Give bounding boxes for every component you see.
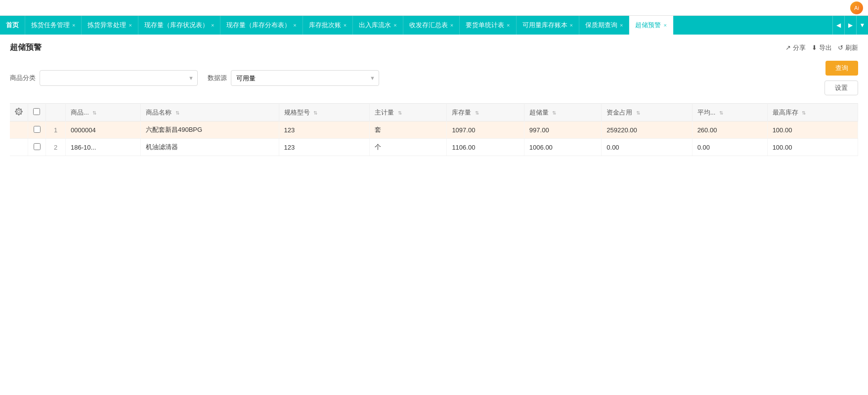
row-avg-0: 260.00 (692, 121, 767, 139)
tab-collect[interactable]: 收发存汇总表 × (403, 16, 460, 35)
row-gear-0 (10, 121, 28, 139)
col-product-code-label: 商品... (71, 109, 89, 116)
sort-spec-icon: ⇅ (313, 110, 317, 116)
tab-task-mgmt-label: 拣货任务管理 (31, 21, 70, 30)
export-button[interactable]: ⬇ 导出 (812, 43, 832, 52)
tab-abnormal[interactable]: 拣货异常处理 × (82, 16, 138, 35)
share-button[interactable]: ↗ 分享 (785, 43, 806, 52)
nav-next-button[interactable]: ▶ (844, 16, 856, 35)
category-select[interactable] (40, 70, 198, 86)
tab-stock-dist[interactable]: 现存量（库存分布表） × (220, 16, 303, 35)
row-overstock-1: 1006.00 (524, 139, 601, 156)
tab-quality-close[interactable]: × (620, 22, 623, 28)
page-content: 超储预警 ↗ 分享 ⬇ 导出 ↺ 刷新 商品分类 (0, 35, 868, 395)
tab-quality[interactable]: 保质期查询 × (579, 16, 629, 35)
col-checkbox-header (28, 104, 46, 121)
col-unit[interactable]: 主计量 ⇅ (369, 104, 446, 121)
share-icon: ↗ (785, 44, 791, 51)
row-capital-0: 259220.00 (602, 121, 692, 139)
tab-order-stat-label: 要货单统计表 (466, 21, 504, 30)
col-capital-label: 资金占用 (607, 109, 632, 116)
tab-overstock[interactable]: 超储预警 × (629, 16, 673, 35)
settings-button[interactable]: 设置 (825, 80, 858, 95)
col-product-code[interactable]: 商品... ⇅ (66, 104, 141, 121)
tab-home-label: 首页 (6, 21, 19, 30)
tab-order-stat-close[interactable]: × (507, 22, 510, 28)
datasource-select-wrapper: 可用量 ▼ (231, 70, 379, 86)
tab-stock-status-label: 现存量（库存状况表） (144, 21, 209, 30)
sort-stock-icon: ⇅ (475, 110, 479, 116)
col-stock[interactable]: 库存量 ⇅ (447, 104, 524, 121)
tab-abnormal-label: 拣货异常处理 (87, 21, 126, 30)
row-product-name-1: 机油滤清器 (140, 139, 279, 156)
nav-more-button[interactable]: ▼ (856, 16, 868, 35)
tab-task-mgmt-close[interactable]: × (72, 22, 75, 28)
sort-avg-icon: ⇅ (719, 110, 723, 116)
tab-avail-account-close[interactable]: × (570, 22, 573, 28)
row-product-name-0: 六配套新昌490BPG (140, 121, 279, 139)
tab-stock-status[interactable]: 现存量（库存状况表） × (138, 16, 220, 35)
row-stock-0: 1097.00 (447, 121, 524, 139)
tab-overstock-close[interactable]: × (663, 22, 666, 28)
col-product-name[interactable]: 商品名称 ⇅ (140, 104, 279, 121)
refresh-label: 刷新 (845, 43, 858, 52)
tab-quality-label: 保质期查询 (585, 21, 617, 30)
select-all-checkbox[interactable] (33, 108, 40, 115)
datasource-label: 数据源 (208, 74, 227, 82)
col-overstock[interactable]: 超储量 ⇅ (524, 104, 601, 121)
tab-flow-label: 出入库流水 (359, 21, 391, 30)
sort-unit-icon: ⇅ (398, 110, 402, 116)
tab-task-mgmt[interactable]: 拣货任务管理 × (25, 16, 82, 35)
share-label: 分享 (793, 43, 806, 52)
tab-batch-close[interactable]: × (344, 22, 347, 28)
row-checkbox-0[interactable] (34, 126, 41, 133)
tab-avail-account-label: 可用量库存账本 (522, 21, 567, 30)
row-unit-0: 套 (369, 121, 446, 139)
nav-prev-button[interactable]: ◀ (832, 16, 844, 35)
export-icon: ⬇ (812, 44, 817, 51)
col-overstock-label: 超储量 (529, 109, 549, 116)
col-capital[interactable]: 资金占用 ⇅ (602, 104, 692, 121)
tab-order-stat[interactable]: 要货单统计表 × (460, 16, 516, 35)
tab-collect-close[interactable]: × (450, 22, 453, 28)
category-filter-group: 商品分类 ▼ (10, 70, 198, 86)
category-label: 商品分类 (10, 74, 36, 82)
refresh-button[interactable]: ↺ 刷新 (838, 43, 858, 52)
row-avg-1: 0.00 (692, 139, 767, 156)
tab-flow[interactable]: 出入库流水 × (353, 16, 403, 35)
refresh-icon: ↺ (838, 44, 843, 51)
export-label: 导出 (819, 43, 832, 52)
table-row: 2 186-10... 机油滤清器 123 个 1106.00 1006.00 … (10, 139, 858, 156)
row-checkbox-cell-0 (28, 121, 46, 139)
tab-abnormal-close[interactable]: × (129, 22, 131, 28)
query-button[interactable]: 查询 (825, 61, 858, 76)
category-select-wrapper: ▼ (40, 70, 198, 86)
tab-stock-status-close[interactable]: × (211, 22, 214, 28)
filter-row: 商品分类 ▼ 数据源 可用量 ▼ (10, 61, 858, 95)
row-num-0: 1 (46, 121, 66, 139)
col-max-stock-label: 最高库存 (773, 109, 798, 116)
sort-max-stock-icon: ⇅ (802, 110, 806, 116)
gear-icon[interactable] (15, 108, 23, 116)
row-max-stock-1: 100.00 (767, 139, 858, 156)
table-row: 1 0000004 六配套新昌490BPG 123 套 1097.00 997.… (10, 121, 858, 139)
col-avg[interactable]: 平均... ⇅ (692, 104, 767, 121)
col-max-stock[interactable]: 最高库存 ⇅ (767, 104, 858, 121)
row-stock-1: 1106.00 (447, 139, 524, 156)
tab-stock-dist-close[interactable]: × (293, 22, 296, 28)
tab-avail-account[interactable]: 可用量库存账本 × (517, 16, 579, 35)
tab-flow-close[interactable]: × (393, 22, 396, 28)
row-checkbox-1[interactable] (34, 143, 41, 150)
row-overstock-0: 997.00 (524, 121, 601, 139)
col-avg-label: 平均... (697, 109, 716, 116)
tab-batch[interactable]: 库存批次账 × (303, 16, 353, 35)
tab-home[interactable]: 首页 (0, 16, 25, 35)
topbar: Ai (0, 0, 868, 16)
filter-area: 商品分类 ▼ 数据源 可用量 ▼ (10, 61, 858, 95)
sort-product-name-icon: ⇅ (175, 110, 179, 116)
col-product-name-label: 商品名称 (146, 109, 172, 116)
col-spec[interactable]: 规格型号 ⇅ (279, 104, 369, 121)
avatar[interactable]: Ai (850, 1, 863, 14)
table-header-row: 商品... ⇅ 商品名称 ⇅ 规格型号 ⇅ 主计量 ⇅ 库存量 ⇅ (10, 104, 858, 121)
datasource-select[interactable]: 可用量 (231, 70, 379, 86)
